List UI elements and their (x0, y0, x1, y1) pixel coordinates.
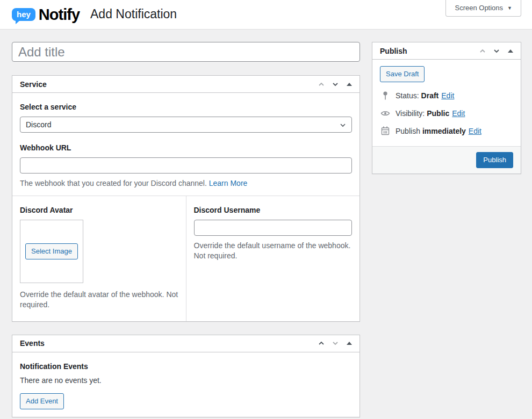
publish-metabox-title: Publish (380, 47, 476, 55)
learn-more-link[interactable]: Learn More (209, 179, 248, 187)
publish-time-label: Publish (396, 127, 420, 135)
add-event-button[interactable]: Add Event (20, 393, 64, 409)
move-up-icon[interactable] (314, 336, 328, 350)
title-input[interactable] (12, 42, 360, 62)
select-image-button[interactable]: Select Image (25, 243, 78, 259)
service-select-label: Select a service (20, 103, 352, 111)
notification-events-heading: Notification Events (20, 362, 352, 371)
status-label: Status: (396, 91, 419, 100)
publish-metabox-body: Save Draft Status: Draft Edit Visibility… (372, 60, 521, 146)
move-down-icon[interactable] (328, 336, 342, 350)
move-up-icon[interactable] (476, 44, 490, 58)
avatar-preview-box: Select Image (20, 220, 83, 283)
content-area: Service Select a service Discord (0, 30, 532, 417)
service-metabox-title: Service (20, 81, 314, 88)
sidebar-column: Publish Save Draft (372, 42, 521, 174)
screen-options-button[interactable]: Screen Options ▼ (445, 0, 521, 17)
logo-bubble-text: hey (17, 10, 31, 19)
screen-options-label: Screen Options (455, 4, 503, 12)
webhook-url-field-group: Webhook URL The webhook that you created… (20, 143, 352, 189)
events-metabox-header: Events (12, 335, 360, 352)
move-up-icon[interactable] (314, 77, 328, 91)
service-metabox: Service Select a service Discord (12, 75, 360, 322)
status-value: Draft (421, 91, 439, 100)
discord-username-help: Override the default username of the web… (194, 241, 353, 262)
no-events-message: There are no events yet. (20, 376, 352, 385)
discord-avatar-column: Discord Avatar Select Image Override the… (12, 196, 186, 321)
logo-bubble-tail-icon (16, 20, 20, 24)
save-draft-button[interactable]: Save Draft (380, 66, 425, 82)
publish-metabox-footer: Publish (372, 146, 521, 174)
visibility-label: Visibility: (396, 109, 425, 118)
discord-username-label: Discord Username (194, 206, 353, 214)
webhook-url-label: Webhook URL (20, 143, 352, 152)
visibility-edit-link[interactable]: Edit (452, 109, 465, 118)
schedule-row: Publish immediately Edit (380, 126, 513, 135)
events-metabox-body: Notification Events There are no events … (12, 352, 360, 417)
discord-username-column: Discord Username Override the default us… (186, 196, 360, 321)
hey-notify-logo: hey Notify (12, 7, 80, 23)
publish-time-value: immediately (422, 127, 466, 135)
save-draft-row: Save Draft (380, 66, 513, 82)
discord-avatar-help: Override the default avatar of the webho… (20, 290, 178, 310)
logo-speech-bubble: hey (12, 8, 35, 21)
webhook-url-help: The webhook that you created for your Di… (20, 178, 352, 189)
logo-name-text: Notify (39, 7, 80, 23)
toggle-panel-icon[interactable] (342, 77, 356, 91)
service-select[interactable]: Discord (20, 117, 352, 133)
discord-avatar-label: Discord Avatar (20, 206, 178, 214)
pin-icon (380, 91, 391, 100)
publish-metabox: Publish Save Draft (372, 42, 521, 174)
service-select-field: Select a service Discord (20, 103, 352, 133)
toggle-panel-icon[interactable] (342, 336, 356, 350)
visibility-row: Visibility: Public Edit (380, 109, 513, 118)
discord-username-input[interactable] (194, 220, 353, 236)
events-metabox: Events Notification Events There are no … (12, 335, 360, 417)
publish-metabox-header: Publish (372, 42, 521, 60)
main-column: Service Select a service Discord (12, 42, 360, 417)
status-edit-link[interactable]: Edit (441, 91, 454, 100)
status-row: Status: Draft Edit (380, 91, 513, 100)
select-chevron-down-icon (339, 121, 347, 131)
publish-time-edit-link[interactable]: Edit (469, 127, 481, 135)
move-down-icon[interactable] (490, 44, 504, 58)
service-columns: Discord Avatar Select Image Override the… (12, 196, 360, 321)
move-down-icon[interactable] (328, 77, 342, 91)
calendar-icon (380, 126, 391, 135)
page-title: Add Notification (90, 6, 177, 23)
visibility-value: Public (427, 109, 449, 118)
top-header-bar: hey Notify Add Notification Screen Optio… (0, 0, 532, 30)
service-select-value: Discord (26, 120, 51, 129)
webhook-url-help-text: The webhook that you created for your Di… (20, 179, 207, 187)
events-metabox-title: Events (20, 339, 314, 347)
toggle-panel-icon[interactable] (504, 44, 517, 58)
eye-icon (380, 110, 391, 117)
chevron-down-icon: ▼ (507, 5, 512, 11)
service-metabox-header: Service (12, 76, 360, 93)
publish-button[interactable]: Publish (476, 152, 513, 168)
webhook-url-input[interactable] (20, 157, 352, 174)
service-metabox-body: Select a service Discord Webhook URL The… (12, 93, 360, 196)
